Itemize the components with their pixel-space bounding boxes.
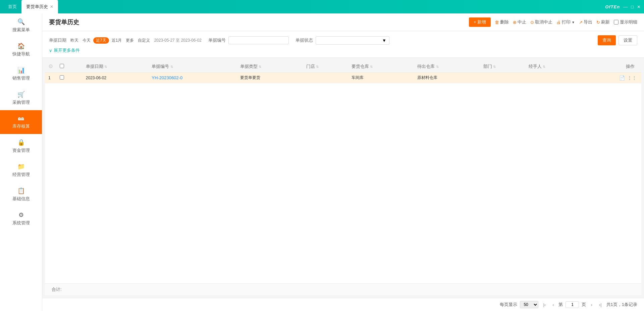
export-button[interactable]: ↗ 导出: [579, 19, 592, 25]
sidebar-item-system[interactable]: ⚙ 系统管理: [0, 207, 42, 231]
cell-pending-warehouse: 原材料仓库: [414, 73, 480, 83]
table-header-row: ⚙ 单据日期 ⇅ 单据编号 ⇅: [45, 60, 641, 73]
th-doc-type[interactable]: 单据类型 ⇅: [237, 60, 303, 73]
cancel-stop-button[interactable]: ⊙ 取消中止: [530, 19, 552, 25]
operations-icon: 📁: [17, 163, 25, 170]
sidebar-item-operations[interactable]: 📁 经营管理: [0, 158, 42, 182]
print-button[interactable]: 🖨 打印 ▼: [556, 19, 575, 25]
total-records: 共1页，1条记录: [606, 302, 637, 308]
last-page-btn[interactable]: ›|: [597, 302, 604, 308]
status-select[interactable]: ▼: [316, 36, 389, 45]
sidebar-item-sales[interactable]: 📊 销售管理: [0, 62, 42, 86]
row-edit-icon[interactable]: ⋮⋮: [627, 75, 637, 81]
sidebar-item-basic-info[interactable]: 📋 基础信息: [0, 182, 42, 207]
data-table: ⚙ 单据日期 ⇅ 单据编号 ⇅: [45, 60, 641, 83]
sidebar-item-search[interactable]: 🔍 搜索菜单: [0, 13, 42, 38]
sort-doc-type-icon: ⇅: [259, 65, 261, 69]
refresh-button[interactable]: ↻ 刷新: [596, 19, 610, 25]
date-1month-btn[interactable]: 近1月: [110, 37, 123, 44]
th-settings: ⚙: [45, 60, 56, 73]
close-btn[interactable]: ✕: [637, 4, 641, 9]
sales-icon: 📊: [17, 66, 25, 74]
delete-button[interactable]: 🗑 删除: [495, 19, 509, 25]
th-handler[interactable]: 经手人 ⇅: [525, 60, 581, 73]
first-page-btn[interactable]: |‹: [541, 302, 548, 308]
th-req-warehouse[interactable]: 要货仓库 ⇅: [348, 60, 414, 73]
minimize-btn[interactable]: —: [623, 4, 628, 9]
filter-action-buttons: 查询 设置: [598, 35, 637, 45]
page-suffix: 页: [582, 302, 586, 308]
stop-button[interactable]: ⊗ 中止: [513, 19, 526, 25]
th-doc-date[interactable]: 单据日期 ⇅: [83, 60, 149, 73]
tab-requisition-history[interactable]: 要货单历史 ✕: [21, 0, 58, 13]
per-page-label: 每页显示: [500, 302, 517, 308]
finance-icon: 🔒: [17, 139, 25, 146]
show-detail-checkbox[interactable]: [614, 20, 619, 25]
date-filter-label: 单据日期: [49, 37, 66, 43]
close-tab-icon[interactable]: ✕: [50, 4, 53, 9]
cell-doc-type: 要货单要货: [237, 73, 303, 83]
header-actions: + 新增 🗑 删除 ⊗ 中止 ⊙ 取消中止 🖨 打印 ▼: [469, 17, 637, 27]
expand-icon: ∨: [49, 48, 52, 53]
filter-row-1: 单据日期 昨天 今天 近7天 近1月 更多 自定义 2023-05-27 至 2…: [49, 35, 637, 45]
expand-more-btn[interactable]: ∨ 展开更多条件: [49, 47, 637, 53]
basic-info-icon: 📋: [17, 187, 25, 194]
doc-num-link[interactable]: YH-20230602-0: [152, 75, 182, 80]
maximize-btn[interactable]: □: [631, 4, 634, 9]
doc-num-input[interactable]: [228, 36, 289, 44]
cell-store: [303, 73, 348, 83]
th-checkbox: [56, 60, 83, 73]
top-bar: 首页 要货单历史 ✕ OfTEn — □ ✕: [0, 0, 644, 13]
filter-area: 单据日期 昨天 今天 近7天 近1月 更多 自定义 2023-05-27 至 2…: [42, 31, 644, 58]
table-area: ⚙ 单据日期 ⇅ 单据编号 ⇅: [45, 60, 641, 295]
main-layout: 🔍 搜索菜单 🏠 快捷导航 📊 销售管理 🛒 采购管理 🏘 库存核算 🔒 资金管…: [0, 13, 644, 311]
cell-index: 1: [45, 73, 56, 83]
show-detail-toggle[interactable]: 显示明细: [614, 19, 637, 25]
cell-checkbox: [56, 73, 83, 83]
date-yesterday-btn[interactable]: 昨天: [69, 37, 80, 44]
date-7days-btn[interactable]: 近7天: [93, 37, 109, 44]
status-filter-group: 单据状态 ▼: [296, 36, 389, 45]
new-button[interactable]: + 新增: [469, 17, 491, 27]
page-number-input[interactable]: [566, 301, 579, 308]
prev-page-btn[interactable]: ‹: [550, 302, 556, 308]
brand-label: OfTEn: [605, 4, 620, 9]
select-all-checkbox[interactable]: [60, 64, 64, 68]
table-row: 1 2023-06-02 YH-20230602-0 要货单要货 车间库 原材料…: [45, 73, 641, 83]
row-checkbox[interactable]: [60, 75, 64, 80]
purchase-icon: 🛒: [17, 91, 25, 98]
cancel-stop-icon: ⊙: [530, 20, 534, 25]
sidebar-item-inventory[interactable]: 🏘 库存核算: [0, 110, 42, 134]
print-dropdown-icon: ▼: [572, 20, 575, 24]
sort-doc-num-icon: ⇅: [170, 65, 173, 69]
status-select-arrow: ▼: [382, 38, 386, 43]
settings-button[interactable]: 设置: [619, 35, 637, 45]
content-area: 要货单历史 + 新增 🗑 删除 ⊗ 中止 ⊙ 取消中止 🖨 打印: [42, 13, 644, 311]
date-range-display: 2023-05-27 至 2023-06-02: [154, 38, 201, 43]
sidebar-item-finance[interactable]: 🔒 资金管理: [0, 134, 42, 158]
th-department[interactable]: 部门 ⇅: [480, 60, 525, 73]
sidebar-item-nav[interactable]: 🏠 快捷导航: [0, 38, 42, 62]
th-doc-num[interactable]: 单据编号 ⇅: [148, 60, 237, 73]
tab-home[interactable]: 首页: [3, 0, 21, 13]
sidebar: 🔍 搜索菜单 🏠 快捷导航 📊 销售管理 🛒 采购管理 🏘 库存核算 🔒 资金管…: [0, 13, 42, 311]
date-today-btn[interactable]: 今天: [81, 37, 92, 44]
th-operation: 操作: [581, 60, 641, 73]
th-pending-warehouse[interactable]: 待出仓库 ⇅: [414, 60, 480, 73]
date-custom-btn[interactable]: 自定义: [137, 37, 151, 44]
row-view-icon[interactable]: 📄: [619, 75, 625, 81]
search-icon: 🔍: [17, 18, 25, 26]
query-button[interactable]: 查询: [598, 35, 616, 45]
table-settings-icon[interactable]: ⚙: [48, 63, 53, 69]
sidebar-item-purchase[interactable]: 🛒 采购管理: [0, 86, 42, 110]
refresh-icon: ↻: [596, 20, 600, 25]
table-summary: 合计:: [45, 283, 641, 295]
next-page-btn[interactable]: ›: [589, 302, 594, 308]
date-more-btn[interactable]: 更多: [124, 37, 135, 44]
cell-department: [480, 73, 525, 83]
th-store[interactable]: 门店 ⇅: [303, 60, 348, 73]
per-page-select[interactable]: 50 100 200: [520, 301, 538, 308]
table-spacer: [45, 83, 641, 283]
page-header: 要货单历史 + 新增 🗑 删除 ⊗ 中止 ⊙ 取消中止 🖨 打印: [42, 13, 644, 31]
doc-num-label: 单据编号: [208, 37, 226, 43]
